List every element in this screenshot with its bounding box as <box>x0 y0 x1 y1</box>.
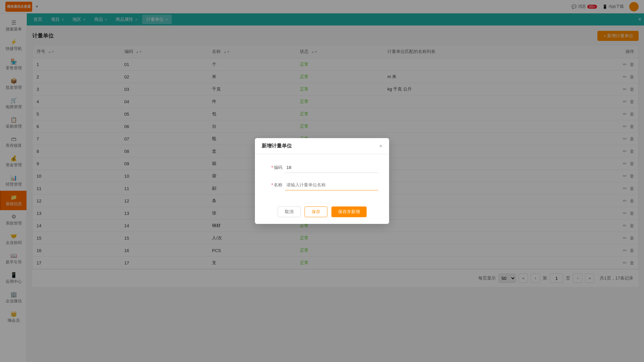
save-and-new-button[interactable]: 保存并新增 <box>331 206 367 217</box>
add-measure-unit-modal: 新增计量单位 × *编码 *名称 取消 保存 保存并新增 <box>255 138 389 224</box>
cancel-button[interactable]: 取消 <box>278 206 301 217</box>
name-form-row: *名称 <box>266 180 378 190</box>
modal-header: 新增计量单位 × <box>255 138 389 154</box>
code-label: *编码 <box>266 165 282 171</box>
modal-footer: 取消 保存 保存并新增 <box>255 202 389 224</box>
modal-overlay[interactable]: 新增计量单位 × *编码 *名称 取消 保存 保存并新增 <box>0 0 644 362</box>
modal-close-icon[interactable]: × <box>379 143 382 149</box>
save-button[interactable]: 保存 <box>305 206 327 217</box>
name-input[interactable] <box>285 180 378 190</box>
code-form-row: *编码 <box>266 162 378 173</box>
modal-body: *编码 *名称 <box>255 154 389 202</box>
name-required-star: * <box>271 182 273 187</box>
name-label: *名称 <box>266 182 282 188</box>
modal-title: 新增计量单位 <box>262 143 292 149</box>
code-required-star: * <box>271 165 273 170</box>
code-input[interactable] <box>285 162 378 173</box>
